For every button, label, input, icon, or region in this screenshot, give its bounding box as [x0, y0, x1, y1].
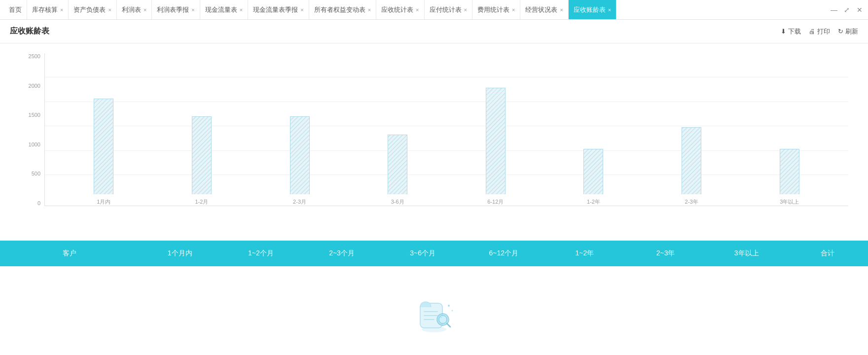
th-cell-5: 6~12个月: [463, 249, 544, 258]
bar-label: 1月内: [97, 198, 110, 206]
tab-label-inventory: 库存核算: [32, 5, 58, 14]
tab-close-profit[interactable]: ×: [144, 7, 146, 13]
tab-close-ar-stat[interactable]: ×: [416, 7, 419, 13]
bar: [290, 116, 310, 194]
tab-profit[interactable]: 利润表×: [117, 0, 152, 20]
header-actions: ⬇ 下载 🖨 打印 ↻ 刷新: [781, 27, 858, 36]
svg-point-6: [439, 316, 447, 323]
y-axis-label: 2000: [29, 83, 40, 89]
tab-bar: 首页库存核算×资产负债表×利润表×利润表季报×现金流量表×现金流量表季报×所有者…: [0, 0, 868, 20]
bar-label: 1-2年: [587, 198, 600, 206]
tab-label-ar-aging: 应收账龄表: [574, 5, 606, 14]
y-axis: 05001000150020002500: [20, 53, 44, 206]
bar: [94, 99, 113, 194]
empty-state: . . .: [0, 266, 868, 355]
th-cell-7: 2~3年: [625, 249, 706, 258]
bar-label: 2-3年: [685, 198, 698, 206]
tab-label-balance: 资产负债表: [73, 5, 106, 14]
bar-group: 2-3年: [682, 127, 701, 206]
bar-chart: 05001000150020002500 1月内1-2月2-3月3-6月6-12…: [20, 53, 848, 221]
tab-close-balance[interactable]: ×: [108, 7, 111, 13]
download-icon: ⬇: [781, 28, 786, 35]
tab-close-ap-stat[interactable]: ×: [464, 7, 467, 13]
tab-ap-stat[interactable]: 应付统计表×: [425, 0, 472, 20]
tab-close-cashflow-q[interactable]: ×: [300, 7, 303, 13]
tab-close-inventory[interactable]: ×: [60, 7, 63, 13]
svg-line-7: [447, 323, 450, 327]
maximize-button[interactable]: ⤢: [842, 5, 851, 14]
tab-close-equity[interactable]: ×: [368, 7, 371, 13]
tab-close-operations[interactable]: ×: [560, 7, 563, 13]
tab-cashflow[interactable]: 现金流量表×: [200, 0, 248, 20]
th-cell-3: 2~3个月: [301, 249, 382, 258]
y-axis-label: 2500: [29, 53, 40, 59]
tab-profit-q[interactable]: 利润表季报×: [152, 0, 200, 20]
main-content: 05001000150020002500 1月内1-2月2-3月3-6月6-12…: [0, 43, 868, 355]
tab-label-profit-q: 利润表季报: [157, 5, 189, 14]
y-axis-label: 1500: [29, 112, 40, 118]
tab-operations[interactable]: 经营状况表×: [520, 0, 568, 20]
bar-group: 1月内: [94, 99, 113, 206]
refresh-label: 刷新: [845, 27, 858, 36]
refresh-icon: ↻: [838, 28, 843, 35]
bar-label: 3-6月: [391, 198, 404, 206]
tab-label-equity: 所有者权益变动表: [314, 5, 365, 14]
tab-label-operations: 经营状况表: [525, 5, 557, 14]
close-button[interactable]: ✕: [855, 5, 864, 14]
tab-label-ap-stat: 应付统计表: [430, 5, 462, 14]
bar-group: 1-2年: [583, 149, 603, 206]
th-cell-8: 3年以上: [706, 249, 787, 258]
bar: [192, 116, 212, 194]
tab-label-ar-stat: 应收统计表: [381, 5, 413, 14]
chart-inner: 1月内1-2月2-3月3-6月6-12月1-2年2-3年3年以上: [44, 53, 848, 206]
tab-close-expense[interactable]: ×: [512, 7, 515, 13]
tab-expense[interactable]: 费用统计表×: [472, 0, 520, 20]
print-button[interactable]: 🖨 打印: [809, 27, 830, 36]
tab-balance[interactable]: 资产负债表×: [69, 0, 116, 20]
bar-label: 2-3月: [293, 198, 306, 206]
th-cell-6: 1~2年: [544, 249, 625, 258]
bar-group: 2-3月: [290, 116, 310, 206]
y-axis-label: 0: [37, 200, 40, 206]
tab-label-cashflow-q: 现金流量表季报: [253, 5, 298, 14]
tab-cashflow-q[interactable]: 现金流量表季报×: [248, 0, 309, 20]
bar-label: 1-2月: [195, 198, 208, 206]
print-label: 打印: [817, 27, 830, 36]
y-axis-label: 1000: [29, 142, 40, 147]
page-title: 应收账龄表: [10, 26, 49, 36]
bar-label: 6-12月: [487, 198, 504, 206]
tab-home[interactable]: 首页: [4, 0, 27, 20]
bar-group: 3年以上: [780, 149, 799, 206]
page-header: 应收账龄表 ⬇ 下载 🖨 打印 ↻ 刷新: [0, 20, 868, 43]
tab-label-cashflow: 现金流量表: [205, 5, 237, 14]
refresh-button[interactable]: ↻ 刷新: [838, 27, 858, 36]
th-cell-9: 合计: [787, 249, 868, 258]
tab-ar-stat[interactable]: 应收统计表×: [376, 0, 424, 20]
bar: [682, 127, 701, 194]
bars-container: 1月内1-2月2-3月3-6月6-12月1-2年2-3年3年以上: [45, 53, 848, 206]
bar: [780, 149, 799, 194]
th-cell-2: 1~2个月: [220, 249, 301, 258]
table-header: 客户1个月内1~2个月2~3个月3~6个月6~12个月1~2年2~3年3年以上合…: [0, 241, 868, 266]
y-axis-label: 500: [32, 171, 40, 177]
bar: [486, 88, 506, 194]
tab-ar-aging[interactable]: 应收账龄表×: [569, 0, 616, 20]
th-cell-4: 3~6个月: [382, 249, 463, 258]
svg-text:. . .: . . .: [447, 302, 451, 305]
tab-close-ar-aging[interactable]: ×: [608, 7, 611, 13]
th-cell-1: 1个月内: [140, 249, 220, 258]
tab-close-cashflow[interactable]: ×: [240, 7, 243, 13]
tab-close-profit-q[interactable]: ×: [191, 7, 194, 13]
svg-point-10: [452, 310, 453, 312]
tab-inventory[interactable]: 库存核算×: [27, 0, 69, 20]
download-button[interactable]: ⬇ 下载: [781, 27, 801, 36]
bar-group: 3-6月: [388, 135, 407, 206]
tab-label-expense: 费用统计表: [477, 5, 509, 14]
bar-group: 6-12月: [486, 88, 506, 206]
minimize-button[interactable]: —: [830, 5, 838, 14]
window-controls: — ⤢ ✕: [830, 5, 864, 14]
tab-label-profit: 利润表: [122, 5, 141, 14]
empty-illustration: . . .: [409, 296, 459, 335]
th-cell-0: 客户: [0, 249, 140, 258]
tab-equity[interactable]: 所有者权益变动表×: [309, 0, 376, 20]
